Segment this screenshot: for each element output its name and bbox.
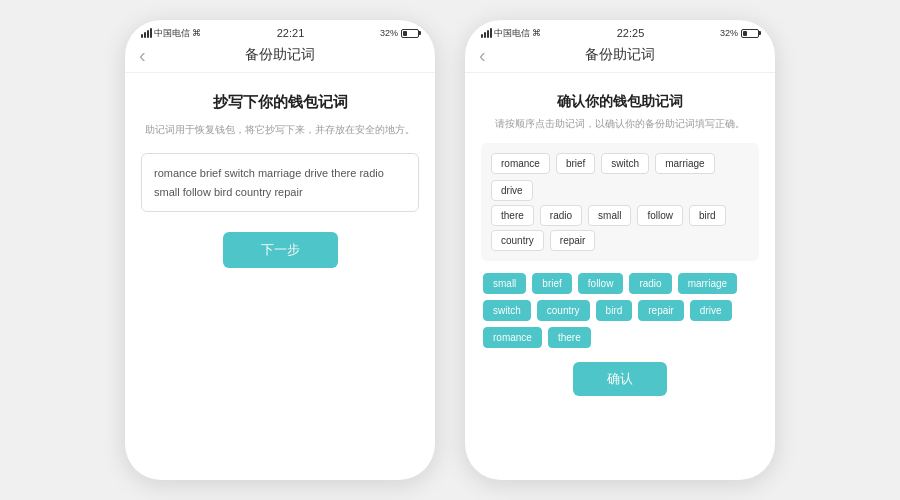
- chip-follow[interactable]: follow: [637, 205, 683, 226]
- wifi-icon-1: ⌘: [192, 28, 201, 38]
- carrier-1: 中国电信: [154, 27, 190, 40]
- word-row-2: there radio small follow bird: [491, 205, 749, 226]
- next-button[interactable]: 下一步: [223, 232, 338, 268]
- signal-icon-1: [141, 28, 152, 38]
- time-1: 22:21: [277, 27, 305, 39]
- mnemonic-box: romance brief switch marriage drive ther…: [141, 153, 419, 212]
- pool-bird[interactable]: bird: [596, 300, 633, 321]
- wifi-icon-2: ⌘: [532, 28, 541, 38]
- status-left-2: 中国电信 ⌘: [481, 27, 541, 40]
- section-desc-1: 助记词用于恢复钱包，将它抄写下来，并存放在安全的地方。: [141, 122, 419, 137]
- word-row-1: romance brief switch marriage drive: [491, 153, 749, 201]
- confirm-button[interactable]: 确认: [573, 362, 667, 396]
- pool-drive[interactable]: drive: [690, 300, 732, 321]
- status-bar-2: 中国电信 ⌘ 22:25 32%: [465, 20, 775, 42]
- pool-switch[interactable]: switch: [483, 300, 531, 321]
- section-title-1: 抄写下你的钱包记词: [141, 93, 419, 112]
- confirm-desc: 请按顺序点击助记词，以确认你的备份助记词填写正确。: [481, 117, 759, 131]
- phone-1: 中国电信 ⌘ 22:21 32% ‹ 备份助记词 抄写下你的钱包记词 助记词用于…: [125, 20, 435, 480]
- chip-there[interactable]: there: [491, 205, 534, 226]
- carrier-2: 中国电信: [494, 27, 530, 40]
- status-right-2: 32%: [720, 28, 759, 38]
- chip-switch[interactable]: switch: [601, 153, 649, 174]
- pool-brief[interactable]: brief: [532, 273, 571, 294]
- chip-small[interactable]: small: [588, 205, 631, 226]
- screen-content-2: 确认你的钱包助记词 请按顺序点击助记词，以确认你的备份助记词填写正确。 roma…: [465, 73, 775, 480]
- nav-bar-2: ‹ 备份助记词: [465, 42, 775, 73]
- back-button-1[interactable]: ‹: [139, 45, 146, 65]
- chip-country[interactable]: country: [491, 230, 544, 251]
- nav-bar-1: ‹ 备份助记词: [125, 42, 435, 73]
- status-bar-1: 中国电信 ⌘ 22:21 32%: [125, 20, 435, 42]
- pool-country[interactable]: country: [537, 300, 590, 321]
- chip-marriage[interactable]: marriage: [655, 153, 714, 174]
- chip-brief[interactable]: brief: [556, 153, 595, 174]
- word-pool: small brief follow radio marriage switch…: [481, 273, 759, 348]
- status-right-1: 32%: [380, 28, 419, 38]
- nav-title-1: 备份助记词: [245, 46, 315, 64]
- back-button-2[interactable]: ‹: [479, 45, 486, 65]
- pool-small[interactable]: small: [483, 273, 526, 294]
- chip-drive[interactable]: drive: [491, 180, 533, 201]
- chip-bird[interactable]: bird: [689, 205, 726, 226]
- word-grid-box: romance brief switch marriage drive ther…: [481, 143, 759, 261]
- pool-there[interactable]: there: [548, 327, 591, 348]
- signal-icon-2: [481, 28, 492, 38]
- screen-content-1: 抄写下你的钱包记词 助记词用于恢复钱包，将它抄写下来，并存放在安全的地方。 ro…: [125, 73, 435, 480]
- battery-icon-2: [741, 29, 759, 38]
- pool-repair[interactable]: repair: [638, 300, 684, 321]
- scene: 中国电信 ⌘ 22:21 32% ‹ 备份助记词 抄写下你的钱包记词 助记词用于…: [0, 0, 900, 500]
- pool-romance[interactable]: romance: [483, 327, 542, 348]
- time-2: 22:25: [617, 27, 645, 39]
- status-left-1: 中国电信 ⌘: [141, 27, 201, 40]
- battery-icon-1: [401, 29, 419, 38]
- phone-2: 中国电信 ⌘ 22:25 32% ‹ 备份助记词 确认你的钱包助记词 请按顺序点…: [465, 20, 775, 480]
- battery-pct-2: 32%: [720, 28, 738, 38]
- confirm-title: 确认你的钱包助记词: [481, 93, 759, 111]
- word-row-3: country repair: [491, 230, 749, 251]
- pool-follow[interactable]: follow: [578, 273, 624, 294]
- chip-repair[interactable]: repair: [550, 230, 596, 251]
- nav-title-2: 备份助记词: [585, 46, 655, 64]
- battery-pct-1: 32%: [380, 28, 398, 38]
- chip-radio[interactable]: radio: [540, 205, 582, 226]
- pool-marriage[interactable]: marriage: [678, 273, 737, 294]
- chip-romance[interactable]: romance: [491, 153, 550, 174]
- pool-radio[interactable]: radio: [629, 273, 671, 294]
